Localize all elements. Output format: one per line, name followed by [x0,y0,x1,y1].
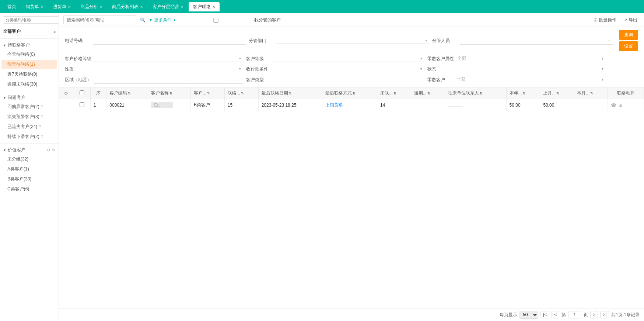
sidebar-item-loss[interactable]: 流失预警客户(3) ? [1,112,57,121]
td-last-method[interactable]: 下销货单 [322,99,377,111]
close-icon[interactable]: ✕ [41,5,43,9]
export-btn[interactable]: ↗ 导出 [622,16,640,24]
search-input[interactable] [63,15,137,24]
sort-icon: ⇅ [169,92,172,95]
export-label: 导出 [629,17,637,23]
td-settings [59,99,74,111]
page-input[interactable] [568,311,581,318]
bulk-action-btn[interactable]: ☑ 批量操作 [591,16,619,24]
nature-select[interactable]: ▼ [93,66,243,72]
th-this-month[interactable]: 本月... ⇅ [574,87,608,99]
set-btn[interactable]: 设置 [619,41,638,51]
collapse-icon[interactable]: « [53,30,56,34]
row-checkbox[interactable] [80,102,84,107]
sidebar-group-label-value: 价值客户 [8,147,25,153]
th-this-year[interactable]: 本年... ⇅ [506,87,540,99]
nav-item-sales[interactable]: 销货单 ✕ [21,2,48,11]
prev-page-btn[interactable]: < [552,311,559,318]
last-page-btn[interactable]: >| [600,311,609,318]
edit-icon[interactable]: ✎ [52,148,56,153]
select-all-checkbox[interactable] [80,90,84,95]
sidebar-item-tomorrow[interactable]: 明天待联络(1) [1,60,57,69]
sidebar-item-classB[interactable]: B类客户(33) [1,175,57,184]
more-conditions-btn[interactable]: ▼ 更多条件 ▲ [148,17,176,23]
th-overdue[interactable]: 逾期... ⇅ [411,87,445,99]
phone-input[interactable] [93,37,246,45]
my-customers-check[interactable] [179,18,253,23]
sidebar-search-input[interactable] [3,16,59,24]
chevron-down-icon: ▼ [420,67,423,71]
nav-item-purchase[interactable]: 进货单 ✕ [49,2,75,11]
nav-item-customer-tier[interactable]: 客户分层经营 ✕ [148,2,188,11]
sidebar-item-lost[interactable]: 已流失客户(24) ? [1,122,57,131]
td-checkbox[interactable] [74,99,90,111]
manager-label: 分管人员 [432,38,458,44]
sidebar-item-ungroup[interactable]: 未分组(32) [1,155,57,164]
my-customers-label: 我分管的客户 [254,17,281,23]
th-type[interactable]: 客户... ⇅ [191,87,225,99]
price-tier-select[interactable]: ▼ [94,56,243,62]
nav-item-home[interactable]: 首页 [3,2,21,11]
th-contacts[interactable]: 联络... ⇅ [224,87,258,99]
per-page-select[interactable]: 50 100 200 [519,311,538,319]
sidebar-item-today[interactable]: 今天待联络(0) [1,50,57,59]
nav-item-customer-contact[interactable]: 客户联络 ✕ [189,2,220,11]
refresh-icon[interactable]: ↺ [47,148,50,153]
chevron-down-icon: ▼ [424,39,428,42]
dots-btn[interactable]: ··· [605,38,612,43]
sort-icon: ⇅ [241,92,244,95]
chevron-down-icon: ▼ [3,148,6,152]
close-icon[interactable]: ✕ [181,5,183,9]
search-btn[interactable]: 🔍 [140,17,146,23]
sidebar-item-classC[interactable]: C类客户(6) [1,184,57,194]
th-checkbox[interactable] [74,87,90,99]
th-last-date[interactable]: 最后联络日期 ⇅ [258,87,322,99]
th-not-contacted[interactable]: 未联... ⇅ [377,87,411,99]
chevron-up-icon: ▲ [173,18,176,22]
dots-btn[interactable]: ··· [235,77,242,82]
sidebar-item-week[interactable]: 近7天待联络(0) [1,70,57,79]
sidebar-group-problem[interactable]: ▼ 问题客户 [0,93,59,102]
th-settings[interactable]: ⚙ [59,87,74,99]
td-last-month: 50.00 [540,99,574,111]
sidebar-item-overdue[interactable]: 逾期未联络(30) [1,80,57,89]
scatter-attr-select[interactable]: 全部 ▼ [456,54,606,63]
price-tier-label: 客户价格等级 [65,56,91,62]
close-icon[interactable]: ✕ [212,5,215,9]
sidebar-item-repurchase[interactable]: 回购异常客户(2) ? [1,102,57,111]
close-icon[interactable]: ✕ [99,5,102,9]
nav-item-analysis-table[interactable]: 商品分析列表 ✕ [108,2,147,11]
cust-type-select[interactable] [274,79,424,81]
sort-icon: ⇅ [590,92,593,95]
settings-icon[interactable]: ⚙ [64,91,68,96]
scatter-cust-select[interactable]: 全部 ▼ [455,75,606,84]
td-action: ☎ ⊞ [608,99,644,111]
sidebar-item-classA[interactable]: A类客户(1) [1,165,57,174]
close-icon[interactable]: ✕ [140,5,143,9]
dept-select[interactable]: ▼ [277,38,430,44]
first-page-btn[interactable]: |< [540,311,549,318]
phone-icon[interactable]: ☎ [611,103,616,108]
td-contacts: 15 [224,99,258,111]
th-last-month[interactable]: 上月... ⇅ [540,87,574,99]
per-page-label: 每页显示 [500,312,517,318]
nature-label: 性质 [65,66,91,72]
th-last-method[interactable]: 最后联络方式 ⇅ [322,87,377,99]
next-page-btn[interactable]: > [590,311,598,318]
sort-icon: ⇅ [556,92,559,95]
sidebar-group-pending[interactable]: ▼ 待联络客户 [0,40,59,49]
payment-select[interactable]: ▼ [274,66,424,72]
sidebar-group-value[interactable]: ▼ 价值客户 ↺ ✎ [0,145,59,154]
cust-tier-select[interactable]: ▼ [274,56,424,62]
my-customers-checkbox[interactable]: 我分管的客户 [179,17,281,23]
status-select[interactable]: ▼ [455,66,606,72]
nav-item-analysis[interactable]: 商品分析 ✕ [76,2,107,11]
grid-icon[interactable]: ⊞ [619,103,622,108]
query-btn[interactable]: 查询 [619,30,638,40]
th-code[interactable]: 客户编码 ⇅ [106,87,148,99]
close-icon[interactable]: ✕ [68,5,71,9]
sidebar-item-declining[interactable]: 持续下滑客户(2) ? [1,132,57,141]
th-unit-contact[interactable]: 往来单位联系人 ⇅ [445,87,506,99]
filter-icon: ▼ [148,17,153,23]
th-name[interactable]: 客户名称 ⇅ [148,87,191,99]
